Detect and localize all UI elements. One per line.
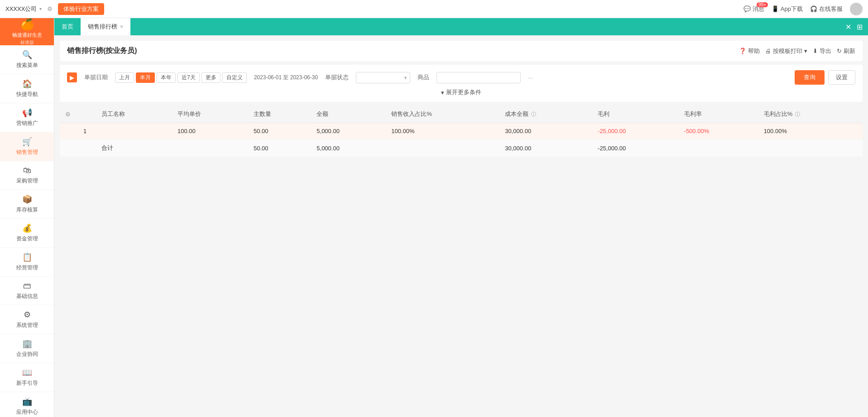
cell-gross-rate: -500.00%	[679, 123, 758, 139]
finance-icon: 💰	[22, 223, 32, 233]
sidebar-item-system[interactable]: ⚙ 系统管理	[0, 305, 54, 334]
logo-icon: 🍊	[20, 18, 34, 31]
period-this-year[interactable]: 本年	[157, 72, 176, 83]
filter-right-btns: 查询 设置	[795, 70, 855, 85]
sidebar-item-label: 新手引导	[16, 379, 38, 387]
sidebar-item-enterprise[interactable]: 🏢 企业协同	[0, 334, 54, 363]
query-btn[interactable]: 查询	[795, 70, 825, 85]
sidebar-item-appstore[interactable]: 📺 应用中心	[0, 392, 54, 417]
footer-sales-pct	[386, 139, 499, 157]
message-btn[interactable]: 💬 消息 99+	[743, 5, 764, 13]
period-7days[interactable]: 近7天	[177, 72, 200, 83]
filter-expand-row: ▾ 展开更多条件	[67, 88, 855, 96]
period-more[interactable]: 更多	[201, 72, 221, 83]
refresh-btn[interactable]: ↻ 刷新	[837, 47, 855, 55]
settings-btn[interactable]: 设置	[828, 70, 855, 85]
goods-more-icon[interactable]: ···	[528, 74, 533, 81]
goods-input[interactable]	[436, 72, 521, 83]
status-select[interactable]	[356, 72, 410, 83]
sidebar-item-inventory[interactable]: 📦 库存核算	[0, 190, 54, 219]
service-label: 在线客服	[819, 5, 843, 13]
home-icon: 🏠	[22, 79, 32, 89]
footer-amount: 5,000.00	[311, 139, 386, 157]
page-header-actions: ❓ 帮助 🖨 按模板打印 ▾ ⬇ 导出 ↻ 刷新	[739, 47, 855, 55]
tab-bar-right: ✕ ⊞	[845, 23, 868, 31]
headset-icon: 🎧	[810, 5, 817, 12]
cell-amount: 5,000.00	[311, 123, 386, 139]
sidebar-item-nav[interactable]: 🏠 快捷导航	[0, 74, 54, 103]
search-icon: 🔍	[22, 50, 32, 60]
main-layout: 🍊 畅捷通好生意 标准版 🔍 搜索菜单 🏠 快捷导航 📢 营销推广 🛒 销售管理…	[0, 18, 868, 417]
cell-cost: 30,000.00	[499, 123, 592, 139]
cell-qty: 50.00	[248, 123, 311, 139]
footer-gross-pct	[758, 139, 863, 157]
print-btn[interactable]: 🖨 按模板打印 ▾	[765, 47, 807, 55]
online-service-btn[interactable]: 🎧 在线客服	[810, 5, 843, 13]
footer-gross: -25,000.00	[592, 139, 679, 157]
gross-pct-info-icon[interactable]: ⓘ	[795, 111, 800, 117]
date-filter-label: 单据日期	[84, 73, 108, 81]
status-filter-label: 单据状态	[325, 73, 349, 81]
topbar-settings-icon[interactable]: ⚙	[47, 5, 53, 12]
tab-label: 销售排行榜	[88, 23, 117, 31]
sidebar-item-purchase[interactable]: 🛍 采购管理	[0, 161, 54, 190]
sidebar-item-search[interactable]: 🔍 搜索菜单	[0, 45, 54, 74]
date-range-display: 2023-06-01 至 2023-06-30	[254, 74, 318, 81]
app-download-btn[interactable]: 📱 App下载	[772, 5, 803, 13]
table-wrapper: ⚙ 员工名称 平均单价 主数量 全额 销售收入占比% 成本全额 ⓘ 毛利 毛	[60, 105, 863, 157]
purchase-icon: 🛍	[23, 166, 31, 175]
sidebar-item-sales[interactable]: 🛒 销售管理	[0, 132, 54, 161]
status-select-wrapper	[356, 72, 410, 83]
sidebar-item-label: 应用中心	[16, 408, 38, 416]
page-header: 销售排行榜(按业务员) ❓ 帮助 🖨 按模板打印 ▾ ⬇ 导出	[60, 41, 863, 61]
user-avatar[interactable]	[850, 3, 863, 15]
tab-close-window-icon[interactable]: ✕	[845, 23, 851, 31]
sidebar-item-basics[interactable]: 🗃 基础信息	[0, 277, 54, 305]
message-badge: 99+	[757, 2, 768, 7]
sales-icon: 🛒	[22, 137, 32, 147]
footer-gross-rate	[679, 139, 758, 157]
cell-settings	[60, 123, 78, 139]
footer-avg-price	[172, 139, 248, 157]
table-footer-row: 合计 50.00 5,000.00 30,000.00 -25,000.00	[60, 139, 863, 157]
logo-text: 畅捷通好生意	[12, 32, 42, 38]
sidebar-item-label: 营销推广	[16, 120, 38, 127]
tab-home[interactable]: 首页	[54, 18, 81, 35]
expand-btn[interactable]: ▾ 展开更多条件	[441, 88, 481, 96]
sidebar-item-guide[interactable]: 📖 新手引导	[0, 363, 54, 392]
table-header-row: ⚙ 员工名称 平均单价 主数量 全额 销售收入占比% 成本全额 ⓘ 毛利 毛	[60, 105, 863, 123]
help-icon: ❓	[739, 48, 746, 54]
guide-icon: 📖	[22, 368, 32, 378]
help-btn[interactable]: ❓ 帮助	[739, 47, 760, 55]
cost-info-icon[interactable]: ⓘ	[531, 111, 536, 117]
sidebar-item-label: 基础信息	[16, 292, 38, 300]
sidebar-item-finance[interactable]: 💰 资金管理	[0, 219, 54, 248]
period-custom[interactable]: 自定义	[222, 72, 247, 83]
operations-icon: 📋	[22, 252, 32, 262]
phone-icon: 📱	[772, 5, 779, 12]
sidebar-logo: 🍊 畅捷通好生意 标准版	[0, 18, 54, 45]
trial-btn[interactable]: 体验行业方案	[58, 3, 104, 15]
tab-sales-ranking[interactable]: 销售排行榜 ×	[81, 18, 130, 35]
sidebar-item-label: 采购管理	[16, 177, 38, 185]
system-icon: ⚙	[24, 310, 31, 320]
enterprise-icon: 🏢	[22, 339, 32, 349]
column-settings-icon[interactable]: ⚙	[65, 111, 71, 118]
sidebar-item-marketing[interactable]: 📢 营销推广	[0, 103, 54, 132]
filter-toggle-btn[interactable]: ▶	[67, 72, 77, 82]
export-icon: ⬇	[813, 48, 818, 54]
col-gross-pct-header: 毛利占比% ⓘ	[758, 105, 863, 123]
sidebar-item-label: 经营管理	[16, 264, 38, 272]
tab-close-btn[interactable]: ×	[120, 24, 123, 30]
period-this-month[interactable]: 本月	[136, 72, 155, 83]
company-selector[interactable]: XXXXX公司 ▾	[5, 5, 42, 13]
sidebar-item-operations[interactable]: 📋 经营管理	[0, 248, 54, 277]
sidebar-item-label: 库存核算	[16, 206, 38, 214]
sidebar-item-label: 企业协同	[16, 350, 38, 358]
export-btn[interactable]: ⬇ 导出	[813, 47, 831, 55]
period-last-month[interactable]: 上月	[115, 72, 134, 83]
col-amount-header: 全额	[311, 105, 386, 123]
col-index-header	[78, 105, 96, 123]
marketing-icon: 📢	[22, 108, 32, 118]
tab-maximize-icon[interactable]: ⊞	[857, 23, 863, 31]
